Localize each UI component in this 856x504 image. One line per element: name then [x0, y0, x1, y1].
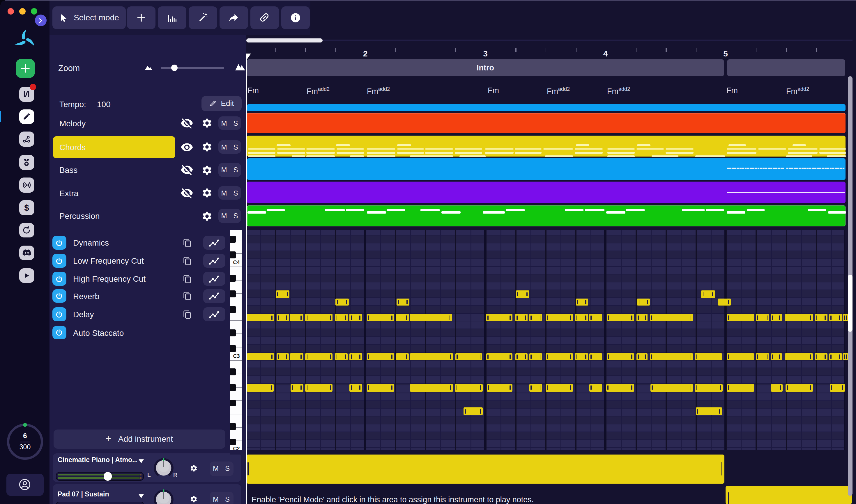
svg-text:300: 300 — [19, 443, 30, 450]
svg-text:6: 6 — [23, 432, 27, 439]
